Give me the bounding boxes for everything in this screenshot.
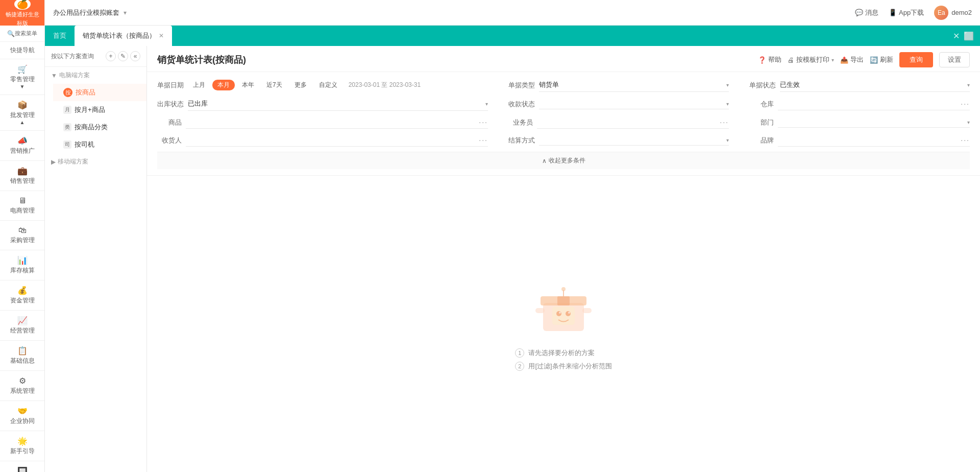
product-control[interactable]: ··· [186,116,488,129]
template-print-btn[interactable]: 🖨 按模板打印 ▾ [788,55,834,64]
sidebar-item-operations[interactable]: 📈 经营管理 [0,311,44,341]
left-panel: 按以下方案查询 + ✎ « ▼ 电脑端方案 [45,46,147,472]
out-status-control[interactable]: 已出库 ▾ [188,97,488,111]
app-download-icon: 📱 [889,9,897,16]
date-tab-more[interactable]: 更多 [289,80,312,90]
by-product-label: 按商品 [76,88,95,97]
tab-maximize[interactable]: ⬜ [964,31,974,41]
doc-status-control[interactable]: 已生效 ▾ [780,78,970,92]
settings-btn[interactable]: 设置 [939,52,970,67]
sidebar-item-system[interactable]: ⚙ 系统管理 [0,371,44,401]
empty-step-1: 1 请先选择要分析的方案 [515,346,611,360]
message-btn[interactable]: 💬 消息 [855,8,878,17]
user-menu[interactable]: Ea demo2 [934,6,972,20]
brand-dots: ··· [961,136,970,144]
marketing-icon: 📣 [17,136,28,146]
doc-status-value: 已生效 [780,80,967,89]
tree-section-mobile[interactable]: ▶ 移动端方案 [45,153,146,170]
user-name: demo2 [951,9,972,16]
tree-item-by-product[interactable]: 按 按商品 [53,84,146,101]
date-tab-last-month[interactable]: 上月 [188,80,210,90]
sidebar-item-wholesale[interactable]: 📦 批发管理 ▲ [0,95,44,131]
page-title: 销货单统计表(按商品) [157,54,758,66]
operations-label: 经营管理 [10,326,35,335]
sidebar-item-basic[interactable]: 📋 基础信息 [0,341,44,371]
sidebar-item-sales[interactable]: 💼 销售管理 [0,161,44,191]
empty-svg [533,275,594,336]
tab-home[interactable]: 首页 [45,26,75,46]
collapse-bar[interactable]: ∧ 收起更多条件 [157,152,970,169]
help-btn[interactable]: ❓ 帮助 [758,55,781,64]
apps-icon: 🔲 [17,466,28,472]
filter-area: 单据日期 上月 本月 本年 近7天 更多 自定义 2023-03-01 至 20… [147,72,980,176]
tree-item-by-driver[interactable]: 司 按司机 [53,136,146,153]
date-tab-custom[interactable]: 自定义 [314,80,342,90]
sidebar-item-apps[interactable]: 🔲 应用中心 [0,461,44,472]
consignee-control[interactable]: ··· [186,134,488,147]
tree-item-by-category[interactable]: 类 按商品分类 [53,119,146,136]
warehouse-control[interactable]: ··· [778,98,970,110]
refresh-btn[interactable]: 🔄 刷新 [870,55,893,64]
filter-brand: 品牌 ··· [749,134,970,147]
settlement-control[interactable]: ▾ [539,135,729,146]
filter-consignee: 收货人 ··· [157,134,488,147]
salesman-control[interactable]: ··· [537,116,729,129]
basic-label: 基础信息 [10,357,35,365]
tab-close-window[interactable]: ✕ [953,31,960,41]
wholesale-label: 批发管理 [10,111,35,120]
export-btn[interactable]: 📤 导出 [840,55,864,64]
filter-row-1: 单据日期 上月 本月 本年 近7天 更多 自定义 2023-03-01 至 20… [157,78,970,92]
date-label: 单据日期 [157,81,188,90]
sidebar-search[interactable]: 🔍 搜索菜单 [0,26,44,42]
dept-label: 部门 [749,118,778,127]
sidebar-item-marketing[interactable]: 📣 营销推广 [0,131,44,161]
sidebar-item-guide[interactable]: 🌟 新手引导 [0,431,44,461]
filter-salesman: 业务员 ··· [508,116,729,129]
sidebar-item-finance[interactable]: 💰 资金管理 [0,280,44,311]
tree-item-by-month[interactable]: 月 按月+商品 [53,101,146,119]
tree-mobile-expand: ▶ [51,158,56,166]
brand-control[interactable]: ··· [778,134,970,147]
finance-label: 资金管理 [10,296,35,305]
step-2-text: 用[过滤]条件来缩小分析范围 [528,360,611,373]
date-tab-7days[interactable]: 近7天 [261,80,287,90]
add-scheme-btn[interactable]: + [106,51,116,61]
left-panel-header-actions: + ✎ « [106,51,140,61]
app-download-btn[interactable]: 📱 App下载 [889,8,924,17]
left-panel-header: 按以下方案查询 + ✎ « [45,46,146,67]
tab-sales[interactable]: 销货单统计表（按商品） ✕ [75,26,172,46]
collect-status-control[interactable]: ▾ [539,99,729,109]
sidebar-item-retail[interactable]: 🛒 零售管理 ▼ [0,59,44,95]
sidebar-item-ecommerce[interactable]: 🖥 电商管理 [0,191,44,221]
tab-close-icon[interactable]: ✕ [159,32,164,39]
sidebar-item-purchase[interactable]: 🛍 采购管理 [0,221,44,250]
system-icon: ⚙ [19,376,26,386]
tree-section-pc[interactable]: ▼ 电脑端方案 [45,67,146,84]
sidebar-item-inventory[interactable]: 📊 库存核算 [0,250,44,280]
svg-rect-10 [535,308,545,313]
date-tab-this-year[interactable]: 本年 [237,80,259,90]
filter-out-status: 出库状态 已出库 ▾ [157,97,488,111]
sidebar-quick-nav[interactable]: 快捷导航 [0,42,44,59]
date-tab-this-month[interactable]: 本月 [212,80,235,90]
topbar-dropdown[interactable]: ▾ [124,9,127,16]
edit-icon: ✎ [120,53,126,60]
topbar: 办公用品行业模拟账套 ▾ 💬 消息 📱 App下载 Ea demo2 [45,0,980,26]
content-area: 按以下方案查询 + ✎ « ▼ 电脑端方案 [45,46,980,472]
dept-control[interactable]: ▾ [778,117,970,128]
empty-state: 1 请先选择要分析的方案 2 用[过滤]条件来缩小分析范围 [147,176,980,472]
sidebar-item-enterprise[interactable]: 🤝 企业协同 [0,401,44,431]
out-status-value: 已出库 [188,99,485,108]
collapse-panel-btn[interactable]: « [130,51,140,61]
wholesale-arrow: ▲ [20,120,25,125]
query-btn[interactable]: 查询 [899,52,933,67]
doc-type-control[interactable]: 销货单 ▾ [539,78,729,92]
collapse-up-icon: ∧ [542,157,547,164]
warehouse-label: 仓库 [749,100,778,109]
step-1-text: 请先选择要分析的方案 [528,346,595,360]
edit-scheme-btn[interactable]: ✎ [118,51,128,61]
enterprise-label: 企业协同 [10,417,35,426]
inventory-icon: 📊 [17,255,28,265]
operations-icon: 📈 [17,316,28,325]
svg-point-9 [561,287,566,291]
